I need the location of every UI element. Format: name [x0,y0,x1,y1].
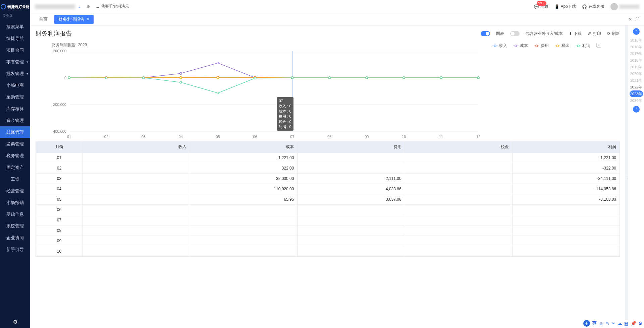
demo-link[interactable]: ☁ 我要看实例演示 [96,4,129,9]
cloud-icon: ☁ [96,4,100,9]
app-download-label: App下载 [561,4,576,9]
user-name-blur [619,5,639,9]
splitter[interactable] [625,25,628,328]
sidebar-item[interactable]: 快捷导航 [0,32,30,44]
chart-svg[interactable]: -400,000-200,0000200,0000102030405060708… [36,41,492,141]
table-cell [83,163,190,173]
table-cell: -34,111.00 [513,174,620,184]
settings-button[interactable]: ⚙ [0,316,30,328]
ime-cloud-icon[interactable]: ☁ [618,321,622,326]
chart-legend: 收入成本费用税金利润≡ [492,43,601,49]
messages-button[interactable]: 💬 消息 99 + [534,4,548,9]
year-button[interactable]: 2021年 [630,77,643,84]
year-button[interactable]: 2018年 [630,57,643,64]
refresh-button[interactable]: ⟳刷新 [607,31,620,37]
svg-point-89 [440,77,442,79]
sidebar-item[interactable]: 企业协同 [0,232,30,244]
user-menu[interactable] [610,3,639,10]
close-all-icon[interactable]: ✕ [629,17,632,22]
messages-badge: 99 + [537,1,547,6]
year-button[interactable]: 2020年 [630,70,643,77]
sidebar-item[interactable]: 批发管理▾ [0,68,30,79]
ime-pin-icon[interactable]: 📌 [631,321,636,326]
sidebar-item[interactable]: 采购管理 [0,91,30,103]
close-icon[interactable]: ✕ [87,17,90,21]
table-row: 04110,020.004,033.86-114,053.86 [36,184,620,194]
sidebar-item[interactable]: 系统管理 [0,220,30,232]
scroll-down-icon[interactable]: ˅ [633,106,640,113]
sidebar-item[interactable]: 税务管理 [0,150,30,161]
ime-lang[interactable]: 英 [592,320,597,326]
sidebar-item[interactable]: 资金管理 [0,115,30,126]
tab-report[interactable]: 财务利润报告 ✕ [54,15,94,24]
legend-item[interactable]: 成本 [513,43,528,49]
scroll-up-icon[interactable]: ˄ [633,28,640,35]
ime-gear-icon[interactable]: ⚙ [638,321,643,326]
sidebar-item[interactable]: 经营管理 [0,185,30,197]
page-content: 财务利润报告 图表 包含营业外收入/成本 ⬇下载 🖨打印 ⟳刷新 财务利润报告_… [30,25,625,328]
sidebar-item[interactable]: 小畅报销 [0,197,30,208]
table-cell [83,215,190,225]
gear-icon[interactable]: ⚙ [87,4,90,9]
table-row: 10 [36,246,620,256]
org-selector[interactable]: ⌄ [35,4,81,9]
year-button[interactable]: 2023年 [630,90,643,97]
ime-smile-icon[interactable]: ☺ [599,321,603,326]
sidebar-nav: 搜索菜单快捷导航项目合同零售管理▾批发管理▾小畅电商采购管理库存核算资金管理总账… [0,21,30,316]
sidebar-item[interactable]: 发票管理 [0,138,30,150]
table-cell [83,225,190,236]
toggle-chart[interactable] [481,31,490,36]
table-cell: 08 [36,225,83,236]
year-button[interactable]: 2022年 [630,84,643,90]
print-button[interactable]: 🖨打印 [588,31,601,37]
tab-home[interactable]: 首页 [35,15,52,24]
year-button[interactable]: 2017年 [630,50,643,57]
table-cell [298,153,405,163]
table-row: 011,221.00-1,221.00 [36,152,620,163]
legend-item[interactable]: 税金 [555,43,570,49]
year-button[interactable]: 2015年 [630,37,643,44]
fullscreen-icon[interactable]: ⛶ [635,17,639,22]
ime-grid-icon[interactable]: ▦ [624,321,629,326]
sidebar-item[interactable]: 总账管理 [0,126,30,138]
sidebar-item[interactable]: 固定资产 [0,161,30,173]
legend-menu-icon[interactable]: ≡ [596,43,601,48]
support-button[interactable]: 🎧 在线客服 [582,4,604,9]
table-cell: 06 [36,205,83,215]
table-cell [83,194,190,204]
legend-item[interactable]: 费用 [534,43,549,49]
sidebar-item[interactable]: 基础信息 [0,208,30,220]
table-cell: -3,103.03 [513,194,620,204]
sidebar-item[interactable]: 项目合同 [0,44,30,56]
svg-point-85 [291,77,293,79]
legend-item[interactable]: 收入 [492,43,507,49]
svg-point-82 [180,81,182,83]
sidebar-item[interactable]: 库存核算 [0,103,30,115]
brand-logo: 畅捷通好业财 [0,0,30,13]
sidebar-item[interactable]: 新手引导 [0,244,30,255]
table-cell [83,236,190,246]
sidebar-item[interactable]: 小畅电商 [0,79,30,91]
table-cell [405,205,513,215]
svg-point-9 [577,45,579,47]
year-button[interactable]: 2019年 [630,64,643,70]
table-cell [405,194,513,204]
svg-text:01: 01 [67,135,71,139]
sidebar-item[interactable]: 零售管理▾ [0,56,30,68]
table-cell: 65.95 [190,194,298,204]
page-title: 财务利润报告 [36,29,72,38]
sidebar-item[interactable]: 工资 [0,173,30,185]
toggle-extra[interactable] [510,31,520,36]
ime-edit-icon[interactable]: ✎ [605,321,609,326]
chart-tooltip: 07收入 : 0成本 : 0费用 : 0税金 : 0利润 : 0 [277,97,293,131]
sidebar-item[interactable]: 搜索菜单 [0,21,30,32]
ime-main-icon[interactable]: 王 [583,320,590,327]
download-button[interactable]: ⬇下载 [569,31,582,37]
year-button[interactable]: 2016年 [630,44,643,50]
app-download-button[interactable]: 📱 App下载 [554,4,576,9]
year-button[interactable]: 2024年 [630,97,643,104]
table-cell [190,205,298,215]
ime-scissors-icon[interactable]: ✂ [611,321,615,326]
demo-label: 我要看实例演示 [101,4,129,9]
legend-item[interactable]: 利润 [576,43,590,49]
